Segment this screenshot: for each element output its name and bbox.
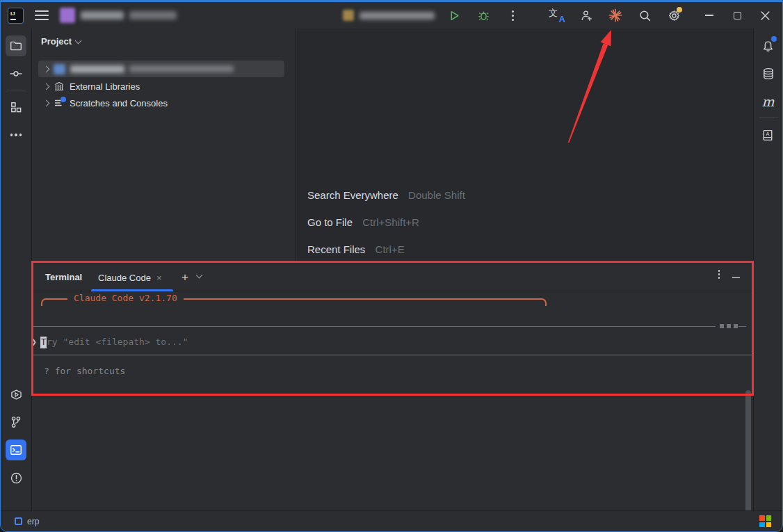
more-run-options-button[interactable] — [503, 6, 522, 25]
right-toolbar: m A — [753, 29, 782, 510]
translate-icon: 文 A — [549, 8, 565, 23]
status-bar: erp — [1, 510, 782, 531]
project-icon-blurred — [60, 8, 75, 23]
problems-icon — [10, 471, 23, 485]
chevron-right-icon[interactable] — [43, 99, 50, 106]
run-config-icon-blurred — [343, 10, 354, 21]
terminal-output[interactable]: Claude Code v2.1.70 ❯ T ry "edit <filepa… — [33, 292, 753, 510]
tool-terminal-button[interactable] — [6, 440, 26, 460]
close-icon — [761, 11, 770, 20]
tab-close-icon[interactable]: × — [156, 273, 162, 283]
shortcut-label: Search Everywhere — [307, 189, 398, 201]
database-icon — [762, 67, 775, 80]
translate-button[interactable]: 文 A — [547, 6, 567, 25]
close-button[interactable] — [753, 5, 777, 26]
chevron-right-icon[interactable] — [43, 65, 50, 72]
intellij-logo-icon[interactable]: IJ — [8, 8, 24, 24]
structure-icon — [10, 101, 22, 113]
tool-commit-button[interactable] — [6, 63, 26, 84]
bug-icon — [478, 10, 490, 22]
shortcut-label: Go to File — [307, 216, 353, 228]
run-button[interactable] — [444, 6, 464, 25]
claude-starburst-icon — [608, 8, 623, 23]
maven-icon: m — [761, 94, 774, 109]
project-panel-header[interactable]: Project — [41, 36, 81, 47]
minimize-icon — [705, 15, 713, 16]
input-box-top-border — [33, 326, 716, 327]
services-icon — [10, 388, 23, 401]
tool-problems-button[interactable] — [6, 467, 26, 488]
scratches-icon — [54, 97, 65, 108]
play-icon — [449, 10, 460, 22]
input-box-bottom-border — [33, 355, 753, 355]
shortcut-go-to-file: Go to File Ctrl+Shift+R — [307, 216, 419, 228]
settings-update-badge — [677, 7, 682, 13]
project-widget-label: erp — [27, 517, 39, 526]
project-widget[interactable]: erp — [15, 517, 39, 526]
tool-project-button[interactable] — [6, 35, 26, 56]
tool-services-button[interactable] — [6, 384, 26, 405]
terminal-input-placeholder[interactable]: ry "edit <filepath> to..." — [47, 337, 188, 347]
shortcut-recent-files: Recent Files Ctrl+E — [307, 243, 405, 255]
claude-code-version: Claude Code v2.1.70 — [67, 293, 184, 303]
git-branch-icon — [10, 416, 22, 428]
input-box-top-border-end — [738, 326, 746, 327]
shortcut-keys: Double Shift — [408, 189, 465, 201]
tool-structure-button[interactable] — [6, 97, 26, 118]
more-dots-icon — [10, 134, 22, 136]
shortcut-keys: Ctrl+Shift+R — [362, 216, 419, 228]
windows-logo-icon[interactable] — [759, 515, 771, 527]
project-root-path-blurred — [129, 65, 234, 72]
maximize-button[interactable] — [725, 5, 749, 26]
database-button[interactable] — [758, 63, 779, 84]
settings-button[interactable] — [664, 6, 684, 25]
terminal-tool-window: Terminal Claude Code × + Claude Code v2.… — [33, 261, 753, 510]
search-everywhere-button[interactable] — [635, 6, 654, 25]
minimize-button[interactable] — [697, 5, 721, 26]
project-panel-title: Project — [41, 36, 72, 47]
ide-window: IJ — [0, 0, 783, 532]
notifications-button[interactable] — [758, 35, 779, 56]
scratches-row[interactable]: Scratches and Consoles — [38, 95, 284, 111]
claude-code-button[interactable] — [606, 6, 625, 25]
tool-more-button[interactable] — [6, 124, 26, 145]
external-libraries-label: External Libraries — [70, 81, 140, 92]
shortcuts-hint: ? for shortcuts — [44, 366, 125, 376]
window-focus-border — [1, 1, 782, 2]
tool-git-button[interactable] — [6, 412, 26, 433]
left-toolbar — [1, 29, 32, 510]
project-root-row[interactable] — [38, 61, 284, 77]
chevron-right-icon[interactable] — [43, 83, 50, 90]
code-with-me-button[interactable] — [576, 6, 596, 25]
terminal-prompt: ❯ — [31, 337, 37, 347]
window-title-blurred — [129, 11, 177, 19]
kebab-icon — [512, 10, 514, 21]
toolbar-divider — [7, 90, 26, 90]
add-user-icon — [580, 9, 593, 22]
editor-empty-state: Search Everywhere Double Shift Go to Fil… — [297, 29, 753, 261]
shortcut-keys: Ctrl+E — [376, 243, 405, 255]
project-name-blurred[interactable] — [81, 11, 124, 19]
chevron-down-icon — [75, 37, 82, 44]
run-configuration-widget[interactable] — [343, 10, 435, 21]
notifications-badge — [771, 36, 777, 42]
maven-button[interactable]: m — [758, 91, 779, 112]
project-root-name-blurred — [70, 65, 124, 73]
translation-dictionary-button[interactable]: A — [758, 124, 779, 145]
scratches-label: Scratches and Consoles — [70, 98, 168, 108]
terminal-options-button[interactable] — [718, 270, 720, 279]
external-libraries-row[interactable]: External Libraries — [38, 78, 284, 95]
svg-text:A: A — [766, 131, 770, 137]
minimize-icon — [732, 277, 740, 278]
run-config-name-blurred — [360, 12, 435, 19]
new-terminal-tab-button[interactable]: + — [177, 270, 193, 285]
terminal-tab-claude-code[interactable]: Claude Code × — [91, 264, 168, 291]
terminal-hide-button[interactable] — [728, 270, 743, 285]
project-widget-icon — [15, 517, 22, 525]
active-tab-underline — [91, 289, 173, 291]
maximize-icon — [734, 12, 741, 19]
debug-button[interactable] — [474, 6, 493, 25]
main-menu-icon[interactable] — [35, 10, 49, 20]
terminal-tabs-dropdown-icon[interactable] — [196, 272, 203, 279]
terminal-panel-title[interactable]: Terminal — [40, 264, 88, 291]
